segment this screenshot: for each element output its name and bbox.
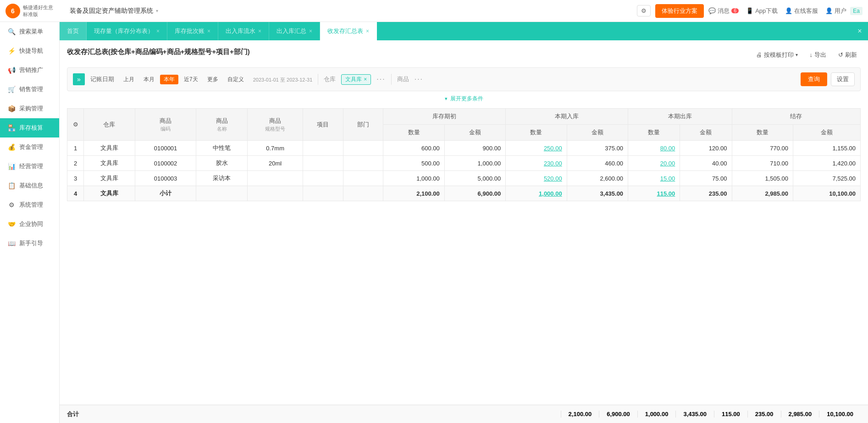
sidebar-item-guide[interactable]: 📖 新手引导	[0, 234, 59, 253]
row-spec	[248, 171, 303, 186]
row-open-qty: 600.00	[383, 141, 444, 156]
table-row: 3 文具库 0100003 采访本 1,000.00 5,000.00 520.…	[67, 171, 861, 186]
subtotal-in-qty[interactable]: 1,000.00	[506, 186, 567, 201]
tab-summary[interactable]: 出入库汇总 ×	[269, 22, 320, 40]
sidebar-item-operations[interactable]: 📊 经营管理	[0, 157, 59, 176]
row-open-amt: 900.00	[444, 141, 505, 156]
export-icon: ↓	[810, 51, 813, 58]
operations-icon: 📊	[7, 163, 16, 170]
date-pills: 上月 本月 本年 近7天 更多 自定义	[120, 75, 248, 84]
tab-close-icon[interactable]: ×	[258, 28, 261, 34]
date-pill-last-month[interactable]: 上月	[120, 75, 138, 84]
row-in-amt: 2,600.00	[567, 171, 628, 186]
message-badge: 6	[731, 8, 739, 13]
purchase-icon: 📦	[7, 105, 16, 112]
warehouse-more-button[interactable]: ···	[376, 75, 385, 83]
row-in-qty[interactable]: 230.00	[506, 156, 567, 171]
search-icon: 🔍	[7, 28, 16, 35]
row-dept	[343, 141, 383, 156]
gear-button[interactable]: ⚙	[637, 5, 651, 16]
table-row: 1 文具库 0100001 中性笔 0.7mm 600.00 900.00 25…	[67, 141, 861, 156]
sidebar-item-cooperation[interactable]: 🤝 企业协同	[0, 214, 59, 234]
online-service-button[interactable]: 👤 在线客服	[785, 7, 818, 15]
row-code: 0100003	[135, 171, 196, 186]
filter-expand-button[interactable]: »	[73, 73, 85, 85]
page-content: 收发存汇总表(按仓库+商品编码+商品+规格型号+项目+部门) 🖨 按模板打印 ▾…	[60, 40, 868, 405]
user-icon: 👤	[825, 7, 833, 14]
content-area: 首页 现存量（库存分布表） × 库存批次账 × 出入库流水 × 出入库汇总 ×	[60, 22, 868, 423]
system-icon: ⚙	[7, 201, 16, 209]
row-project	[303, 171, 343, 186]
warehouse-filter-label: 仓库	[324, 75, 336, 83]
user-button[interactable]: 👤 用户 Ea	[825, 7, 862, 15]
sidebar-item-sales[interactable]: 🛒 销售管理	[0, 80, 59, 99]
date-pill-this-month[interactable]: 本月	[140, 75, 158, 84]
try-industry-button[interactable]: 体验行业方案	[655, 4, 704, 18]
row-out-amt: 75.00	[680, 171, 732, 186]
app-download-button[interactable]: 📱 App下载	[746, 7, 778, 15]
refresh-button[interactable]: ↺ 刷新	[835, 49, 861, 61]
tabs-close-all-button[interactable]: ×	[851, 22, 868, 40]
date-pill-7days[interactable]: 近7天	[180, 75, 202, 84]
sidebar-item-system[interactable]: ⚙ 系统管理	[0, 195, 59, 214]
tab-flow[interactable]: 出入库流水 ×	[218, 22, 269, 40]
product-more-button[interactable]: ···	[415, 75, 423, 83]
logo-text: 畅捷通好生意 标准版	[23, 4, 53, 17]
data-table: ⚙ 仓库 商品编码 商品名称 商品规格型号 项目 部门 库存期初 本期入库 本期…	[67, 108, 861, 201]
th-close-amt: 金额	[793, 125, 861, 141]
th-spec: 商品规格型号	[248, 109, 303, 141]
warehouse-tag-remove-icon[interactable]: ×	[364, 76, 367, 82]
sidebar-item-inventory[interactable]: 🏪 库存核算	[0, 118, 59, 137]
query-button[interactable]: 查询	[801, 72, 827, 86]
print-dropdown-icon: ▾	[796, 52, 798, 57]
tab-close-icon[interactable]: ×	[156, 28, 160, 34]
tab-close-icon[interactable]: ×	[207, 28, 210, 34]
expand-more-button[interactable]: ▾ 展开更多条件	[67, 95, 861, 103]
date-pill-more[interactable]: 更多	[204, 75, 222, 84]
row-open-qty: 1,000.00	[383, 171, 444, 186]
tab-close-active-icon[interactable]: ×	[366, 28, 369, 34]
row-code: 0100001	[135, 141, 196, 156]
message-button[interactable]: 💬 消息 6	[708, 7, 739, 15]
total-open-qty: 2,100.00	[561, 411, 599, 418]
warehouse-tag[interactable]: 文具库 ×	[341, 74, 371, 85]
row-close-amt: 7,525.00	[793, 171, 861, 186]
row-dept	[343, 171, 383, 186]
settings-button[interactable]: 设置	[831, 72, 855, 86]
row-no: 1	[67, 141, 84, 156]
tab-close-icon[interactable]: ×	[309, 28, 312, 34]
sidebar-item-quicknav[interactable]: ⚡ 快捷导航	[0, 41, 59, 60]
date-pill-custom[interactable]: 自定义	[224, 75, 248, 84]
row-out-qty[interactable]: 15.00	[628, 171, 680, 186]
row-in-qty[interactable]: 520.00	[506, 171, 567, 186]
tab-collect-summary[interactable]: 收发存汇总表 ×	[320, 22, 377, 40]
sidebar-item-basic-info[interactable]: 📋 基础信息	[0, 176, 59, 195]
row-warehouse: 文具库	[84, 171, 135, 186]
row-out-amt: 40.00	[680, 156, 732, 171]
row-out-qty[interactable]: 20.00	[628, 156, 680, 171]
product-filter-label: 商品	[397, 75, 409, 83]
subtotal-out-qty[interactable]: 115.00	[628, 186, 680, 201]
system-name-label: 装备及固定资产辅助管理系统	[70, 7, 153, 15]
marketing-icon: 📢	[7, 66, 16, 74]
row-out-qty[interactable]: 80.00	[628, 141, 680, 156]
sidebar-item-purchase[interactable]: 📦 采购管理	[0, 99, 59, 118]
system-dropdown-icon[interactable]: ▾	[156, 8, 158, 13]
tab-home[interactable]: 首页	[60, 22, 87, 40]
export-button[interactable]: ↓ 导出	[806, 49, 830, 61]
row-out-amt: 120.00	[680, 141, 732, 156]
tab-inventory-dist[interactable]: 现存量（库存分布表） ×	[87, 22, 167, 40]
row-warehouse: 文具库	[84, 156, 135, 171]
subtotal-open-qty: 2,100.00	[383, 186, 444, 201]
total-out-qty: 115.00	[714, 411, 747, 418]
total-label: 合计	[67, 410, 140, 418]
date-pill-this-year[interactable]: 本年	[160, 75, 178, 84]
sidebar-item-finance[interactable]: 💰 资金管理	[0, 137, 59, 157]
sidebar-item-search[interactable]: 🔍 搜索菜单	[0, 22, 59, 41]
print-button[interactable]: 🖨 按模板打印 ▾	[752, 49, 802, 61]
row-in-qty[interactable]: 250.00	[506, 141, 567, 156]
user-extra-label: Ea	[850, 7, 862, 15]
subtotal-empty2	[248, 186, 303, 201]
sidebar-item-marketing[interactable]: 📢 营销推广	[0, 60, 59, 80]
tab-batch[interactable]: 库存批次账 ×	[167, 22, 218, 40]
